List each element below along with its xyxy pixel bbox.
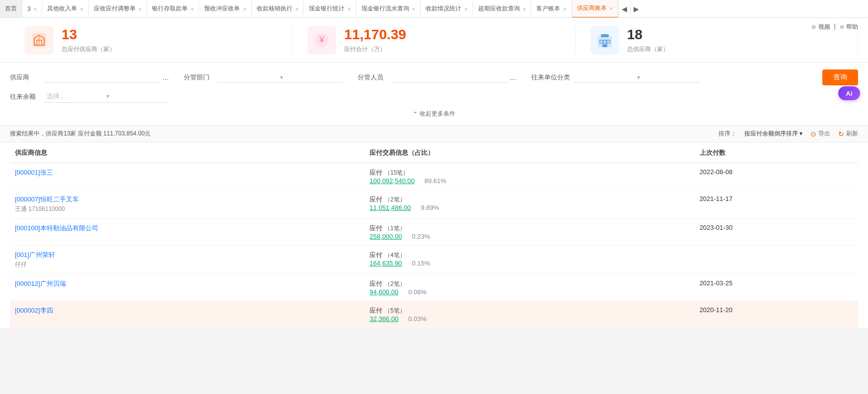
nav-tab-3[interactable]: 3 × [22,0,42,18]
supplier-link[interactable]: [000002]李四 [15,307,53,314]
supplier-dots[interactable]: ... [162,73,169,82]
nav-tab-cash-stat-label: 现金银行统计 [309,4,345,13]
table-row: [000012]广州贝瑞应付 （2笔）94,600.000.08%2021-03… [10,274,858,301]
video-link[interactable]: ⊙ 视频 [811,23,830,31]
ai-button[interactable]: Ai [838,86,860,100]
payable-total-content: 11,170.39 应付合计（万） [344,26,406,54]
nav-next-button[interactable]: ▶ [630,0,642,18]
supplier-sub-info: 仔仔 [15,261,360,269]
supplier-link[interactable]: [000001]张三 [15,169,53,176]
nav-tab-home[interactable]: 首页 [0,0,22,18]
ai-button-label: Ai [846,90,853,97]
nav-tab-customer-ledger[interactable]: 客户账本 × [531,0,572,18]
payable-supplier-content: 13 总应付供应商（家） [62,26,115,54]
nav-tab-adjustment-close[interactable]: × [139,6,142,12]
result-actions: 排序： 按应付余额倒序排序 ▾ ⊙ 导出 ↻ 刷新 [719,130,858,138]
supplier-link[interactable]: [001]广州荣轩 [15,251,55,259]
balance-select[interactable]: 选择... ▾ [44,90,169,103]
filter-balance: 往来余额 选择... ▾ [10,90,169,103]
nav-tab-bank[interactable]: 银行存取款单 × [147,0,199,18]
nav-tab-overdue[interactable]: 超期应收款查询 × [473,0,531,18]
total-supplier-label: 总供应商（家） [627,45,669,54]
tx-count: （15笔） [384,169,409,176]
nav-tab-collection-close[interactable]: × [295,6,298,12]
export-label: 导出 [818,130,830,138]
nav-tab-cash-flow-close[interactable]: × [412,6,415,12]
nav-tab-receipt-stat[interactable]: 收款情况统计 × [421,0,473,18]
tx-type: 应付 [369,169,382,176]
collapse-button[interactable]: ⌃ 收起更多条件 [404,108,464,120]
last-payment-cell: 2021-11-17 [695,190,858,219]
nav-tab-supplier-ledger-close[interactable]: × [610,5,613,11]
nav-tab-advance[interactable]: 预收冲应收单 × [199,0,251,18]
sort-select[interactable]: 按应付余额倒序排序 ▾ [744,130,802,138]
nav-tab-bank-label: 银行存取款单 [152,4,188,13]
person-input[interactable] [391,72,508,83]
table-header-row: 供应商信息 应付交易信息（占比） 上次付数 [10,142,858,163]
nav-tab-adjustment[interactable]: 应收应付调整单 × [89,0,147,18]
tx-amount-link[interactable]: 11,051,486.00 [369,204,411,211]
supplier-link[interactable]: [000100]本特勒油品有限公司 [15,224,98,232]
supplier-info-cell: [000002]李四 [10,301,364,328]
refresh-icon: ↻ [838,130,844,138]
supplier-input[interactable] [44,72,160,83]
nav-tab-cash-stat-close[interactable]: × [348,6,351,12]
category-arrow-icon: ▾ [637,74,697,81]
refresh-button[interactable]: ↻ 刷新 [838,130,858,138]
sort-label: 排序： [719,130,736,138]
payable-supplier-label: 总应付供应商（家） [62,45,115,54]
tx-amount-link[interactable]: 100,092,540.00 [369,177,414,185]
balance-placeholder: 选择... [47,92,106,101]
tx-amount-row: 11,051,486.009.89% [369,204,689,211]
result-bar: 搜索结果中，供应商13家 应付金额 111,703,854.00元 排序： 按应… [0,126,868,142]
tx-amount-link[interactable]: 164,635.90 [369,260,402,267]
filter-area: 供应商 ... 分管部门 ▾ 分管人员 ... 往来单位分类 ▾ 查询 往来 [0,63,868,126]
nav-tab-adjustment-label: 应收应付调整单 [94,4,136,13]
svg-rect-11 [602,44,607,47]
tx-amount-row: 164,635.900.15% [369,260,689,267]
export-button[interactable]: ⊙ 导出 [810,130,830,138]
nav-tab-bank-close[interactable]: × [191,6,194,12]
category-select[interactable]: ▾ [574,72,700,83]
person-dots[interactable]: ... [510,73,516,82]
nav-tab-advance-close[interactable]: × [243,6,246,12]
transaction-info-cell: 应付 （2笔）11,051,486.009.89% [364,190,694,219]
nav-tab-other-income[interactable]: 其他收入单 × [42,0,88,18]
tx-amount-link[interactable]: 32,366.00 [369,315,398,323]
data-table-wrap: 供应商信息 应付交易信息（占比） 上次付数 [000001]张三应付 （15笔）… [0,142,868,328]
nav-tab-customer-ledger-close[interactable]: × [563,6,566,12]
supplier-link[interactable]: [000012]广州贝瑞 [15,280,66,287]
table-row: [000002]李四应付 （5笔）32,366.000.03%2020-11-2… [10,301,858,328]
nav-tab-receipt-stat-close[interactable]: × [464,6,467,12]
tx-amount-link[interactable]: 94,600.00 [369,288,398,296]
tx-type-count: 应付 （5笔） [369,306,689,315]
filter-dept: 分管部门 ▾ [184,72,343,83]
nav-tab-cash-flow[interactable]: 现金银行流水查询 × [357,0,421,18]
tx-type: 应付 [369,251,382,259]
transaction-info-cell: 应付 （5笔）32,366.000.03% [364,301,694,328]
query-button[interactable]: 查询 [822,69,858,85]
nav-tab-overdue-close[interactable]: × [523,6,526,12]
tx-amount-row: 32,366.000.03% [369,315,689,323]
tx-percent: 0.03% [408,315,427,323]
summary-bar: 13 总应付供应商（家） ¥ 11,170.39 应付合计（万） [0,18,868,63]
nav-prev-button[interactable]: ◀ [618,0,630,18]
total-supplier-icon [590,26,619,55]
nav-tab-collection[interactable]: 收款核销执行 × [252,0,304,18]
tx-amount-link[interactable]: 258,000.00 [369,233,402,240]
transaction-info-cell: 应付 （15笔）100,092,540.0089.61% [364,163,694,190]
dept-select[interactable]: ▾ [217,72,343,83]
nav-tab-other-income-close[interactable]: × [80,6,83,12]
tx-type: 应付 [369,196,382,203]
filter-category: 往来单位分类 ▾ [531,72,700,83]
collapse-label: 收起更多条件 [420,110,455,118]
nav-tab-cash-flow-label: 现金银行流水查询 [362,4,409,13]
transaction-info-cell: 应付 （4笔）164,635.900.15% [364,246,694,274]
help-link[interactable]: ⊙ 帮助 [840,23,858,31]
nav-tab-3-close[interactable]: × [34,6,37,12]
supplier-link[interactable]: [000007]恒旺二手叉车 [15,196,79,203]
nav-tab-cash-stat[interactable]: 现金银行统计 × [304,0,356,18]
nav-tab-supplier-ledger[interactable]: 供应商账本 × [572,0,618,18]
last-payment-cell: 2021-03-25 [695,274,858,301]
table-row: [000100]本特勒油品有限公司应付 （1笔）258,000.000.23%2… [10,219,858,246]
